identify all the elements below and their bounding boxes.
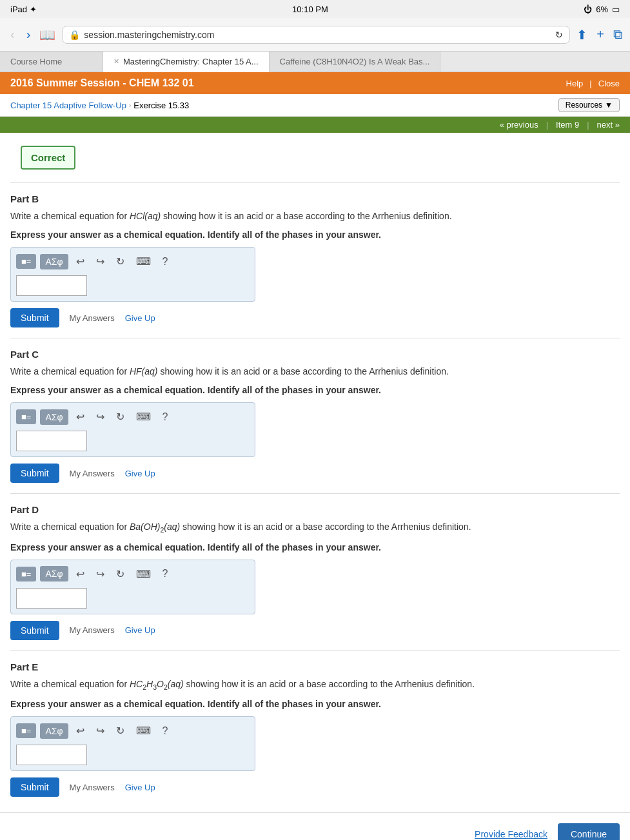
provide-feedback-link[interactable]: Provide Feedback	[475, 829, 547, 839]
breadcrumb-link[interactable]: Chapter 15 Adaptive Follow-Up	[10, 101, 126, 110]
matrix-button[interactable]: ■=	[16, 254, 36, 269]
refresh-button[interactable]: ↻	[112, 565, 128, 583]
part-d-give-up[interactable]: Give Up	[125, 625, 155, 635]
tab-course-home[interactable]: Course Home	[0, 52, 103, 72]
part-e-label: Part E	[10, 661, 620, 672]
part-e-input[interactable]	[16, 745, 87, 765]
resources-button[interactable]: Resources ▼	[558, 98, 620, 112]
keyboard-button[interactable]: ⌨	[132, 722, 155, 739]
part-b-my-answers: My Answers	[70, 313, 115, 323]
redo-button[interactable]: ↪	[92, 253, 108, 270]
breadcrumb: Chapter 15 Adaptive Follow-Up › Exercise…	[10, 101, 189, 110]
help-button[interactable]: ?	[159, 723, 172, 739]
help-button[interactable]: ?	[159, 409, 172, 425]
tab-mastering[interactable]: ✕ MasteringChemistry: Chapter 15 A...	[103, 52, 270, 72]
battery-bar: ▭	[612, 5, 620, 14]
forward-button[interactable]: ›	[24, 27, 34, 42]
part-c-submit[interactable]: Submit	[10, 464, 59, 483]
help-button[interactable]: ?	[159, 253, 172, 270]
part-e-description: Write a chemical equation for HC2H3O2(aq…	[10, 678, 620, 693]
breadcrumb-separator: ›	[129, 102, 131, 109]
matrix-button[interactable]: ■=	[16, 723, 36, 738]
part-d-submit[interactable]: Submit	[10, 621, 59, 640]
symbol-button[interactable]: ΑΣφ	[40, 566, 68, 581]
part-c-toolbar: ■= ΑΣφ ↩ ↪ ↻ ⌨ ?	[16, 408, 250, 425]
refresh-button[interactable]: ↻	[112, 722, 128, 739]
part-b-formula: HCl(aq)	[130, 211, 161, 221]
keyboard-button[interactable]: ⌨	[132, 408, 155, 425]
tab-label: Caffeine (C8H10N4O2) Is A Weak Bas...	[280, 57, 430, 66]
part-e-my-answers: My Answers	[70, 783, 115, 792]
back-button[interactable]: ‹	[8, 27, 17, 42]
url-bar[interactable]: 🔒 session.masteringchemistry.com ↻	[62, 26, 570, 44]
matrix-button[interactable]: ■=	[16, 567, 36, 581]
matrix-button[interactable]: ■=	[16, 409, 36, 424]
tab-label: MasteringChemistry: Chapter 15 A...	[123, 57, 259, 66]
part-b-answer-box: ■= ΑΣφ ↩ ↪ ↻ ⌨ ?	[10, 247, 255, 302]
part-e-actions: Submit My Answers Give Up	[10, 777, 620, 797]
course-header: 2016 Summer Session - CHEM 132 01 Help |…	[0, 72, 630, 94]
part-c-give-up[interactable]: Give Up	[125, 469, 155, 478]
browser-bar: ‹ › 📖 🔒 session.masteringchemistry.com ↻…	[0, 18, 630, 52]
part-e-give-up[interactable]: Give Up	[125, 783, 155, 792]
part-c-my-answers: My Answers	[70, 469, 115, 478]
symbol-button[interactable]: ΑΣφ	[40, 409, 68, 425]
refresh-icon[interactable]: ↻	[555, 30, 563, 40]
part-d-answer-box: ■= ΑΣφ ↩ ↪ ↻ ⌨ ?	[10, 560, 255, 614]
part-c-formula: HF(aq)	[130, 366, 158, 376]
part-e-formula: HC2H3O2(aq)	[130, 679, 184, 689]
redo-button[interactable]: ↪	[92, 565, 108, 583]
refresh-button[interactable]: ↻	[112, 253, 128, 270]
status-bar-left: iPad ✦	[10, 5, 37, 14]
undo-button[interactable]: ↩	[72, 253, 88, 270]
part-b-input[interactable]	[16, 275, 87, 296]
part-c-section: Part C Write a chemical equation for HF(…	[10, 338, 620, 493]
main-content: Part B Write a chemical equation for HCl…	[0, 182, 630, 807]
close-link[interactable]: Close	[598, 79, 620, 88]
part-d-input[interactable]	[16, 588, 87, 609]
undo-button[interactable]: ↩	[72, 722, 88, 739]
part-d-label: Part D	[10, 504, 620, 515]
previous-link[interactable]: « previous	[500, 120, 538, 130]
status-bar-right: ⏻ 6% ▭	[584, 5, 620, 14]
part-b-give-up[interactable]: Give Up	[125, 313, 155, 323]
nav-bar: « previous | Item 9 | next »	[0, 117, 630, 133]
undo-button[interactable]: ↩	[72, 565, 88, 583]
course-header-links: Help | Close	[566, 79, 620, 88]
redo-button[interactable]: ↪	[92, 408, 108, 425]
part-e-answer-box: ■= ΑΣφ ↩ ↪ ↻ ⌨ ?	[10, 716, 255, 771]
add-tab-icon[interactable]: +	[596, 27, 604, 42]
tabs-icon[interactable]: ⧉	[613, 27, 622, 42]
part-d-my-answers: My Answers	[70, 625, 115, 635]
separator: |	[546, 120, 548, 130]
part-b-actions: Submit My Answers Give Up	[10, 308, 620, 327]
tab-caffeine[interactable]: Caffeine (C8H10N4O2) Is A Weak Bas...	[270, 52, 441, 72]
symbol-button[interactable]: ΑΣφ	[40, 254, 68, 269]
status-bar-time: 10:10 PM	[292, 5, 328, 14]
part-c-input[interactable]	[16, 431, 87, 451]
part-e-submit[interactable]: Submit	[10, 777, 59, 797]
part-b-label: Part B	[10, 193, 620, 204]
keyboard-button[interactable]: ⌨	[132, 253, 155, 270]
symbol-button[interactable]: ΑΣφ	[40, 723, 68, 739]
part-d-instruction: Express your answer as a chemical equati…	[10, 541, 620, 554]
continue-button[interactable]: Continue	[558, 823, 620, 840]
undo-button[interactable]: ↩	[72, 408, 88, 425]
tab-close-icon[interactable]: ✕	[113, 57, 119, 66]
refresh-button[interactable]: ↻	[112, 408, 128, 425]
part-b-toolbar: ■= ΑΣφ ↩ ↪ ↻ ⌨ ?	[16, 253, 250, 270]
bookmarks-icon[interactable]: 📖	[39, 27, 55, 43]
part-c-description: Write a chemical equation for HF(aq) sho…	[10, 365, 620, 378]
help-link[interactable]: Help	[566, 79, 584, 88]
part-e-instruction: Express your answer as a chemical equati…	[10, 698, 620, 711]
redo-button[interactable]: ↪	[92, 722, 108, 739]
part-b-submit[interactable]: Submit	[10, 308, 59, 327]
part-e-toolbar: ■= ΑΣφ ↩ ↪ ↻ ⌨ ?	[16, 722, 250, 739]
next-link[interactable]: next »	[597, 120, 620, 130]
keyboard-button[interactable]: ⌨	[132, 565, 155, 583]
item-label: Item 9	[556, 120, 579, 130]
share-icon[interactable]: ⬆	[576, 27, 587, 43]
chevron-down-icon: ▼	[605, 101, 613, 110]
part-d-description: Write a chemical equation for Ba(OH)2(aq…	[10, 520, 620, 536]
help-button[interactable]: ?	[159, 565, 172, 582]
